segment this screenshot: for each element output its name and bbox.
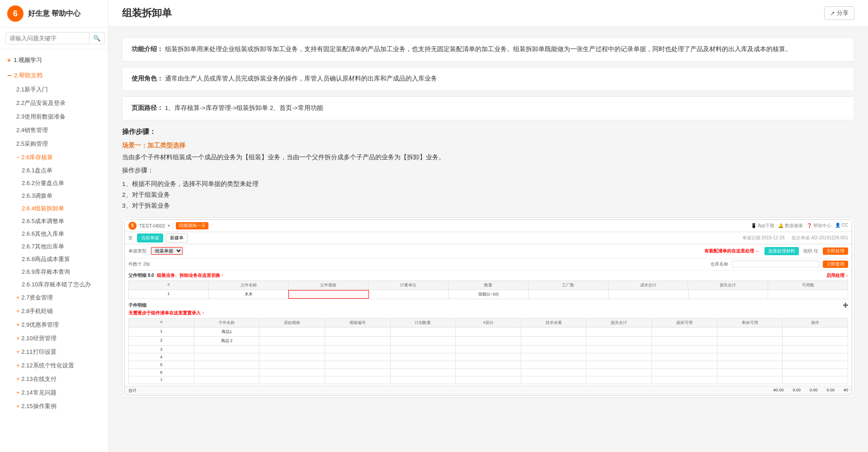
sim-apply-btn[interactable]: 立即套用 xyxy=(823,261,848,268)
sidebar-item-operation[interactable]: + 2.10经营管理 xyxy=(0,332,108,345)
sidebar-item-stocktake[interactable]: 2.6.1盘点单 xyxy=(0,164,108,177)
screenshot-image: 6 TEST-H002 ▾ 同期调阅一天 📱 App下载 🔔 数据健康 ❓ 帮助… xyxy=(124,219,852,395)
step1: 1、根据不同的业务，选择不同单据的类型来处理 xyxy=(122,179,854,190)
table-row: 3 xyxy=(128,345,848,353)
sim-annotation1: 有装配清单的在这里处理 ← xyxy=(704,248,760,254)
sim-nav-new[interactable]: 新建单 xyxy=(166,233,188,243)
table-row: 1 木木 技能(1~10) xyxy=(128,290,848,299)
sidebar-item-purchase[interactable]: 2.5采购管理 xyxy=(0,137,108,151)
table-row: 6 xyxy=(128,368,848,376)
logo-icon: 6 xyxy=(7,5,24,22)
share-button[interactable]: ↗ 分享 xyxy=(824,6,854,20)
ops-heading: 操作步骤： xyxy=(122,128,854,136)
sim-nav: ☰ 当前单据 新建单 单据日期 2019-12-26 批次单据 AD-20191… xyxy=(125,232,852,244)
search-button[interactable]: 🔍 xyxy=(90,32,105,44)
sim-num-row: 件数个 2份 仓库名称 立即套用 xyxy=(125,258,852,271)
sidebar-item-transfer[interactable]: 2.6.3调拨单 xyxy=(0,190,108,202)
sidebar-item-stockfix[interactable]: 2.6.10库存账本错了怎么办 xyxy=(0,278,108,291)
sim-sub-section: 子件明细 ➕ xyxy=(125,301,852,310)
role-block: 使用角色： 通常由生产人员或库管人员完成拆装业务的操作，库管人员确认原材料的出库… xyxy=(122,67,854,91)
feature-intro-text: 组装拆卸单用来处理企业组装或拆卸等加工业务，支持有固定装配清单的产品加工业务，也… xyxy=(165,46,792,52)
search-box: 🔍 xyxy=(0,28,108,49)
sidebar-item-costrecalc[interactable]: 2.6.8商品成本重算 xyxy=(0,253,108,266)
sim-confirm-btn[interactable]: 立即处理 xyxy=(823,247,848,255)
sim-icons: 📱 App下载 🔔 数据健康 ❓ 帮助中心 👤 CC xyxy=(751,223,848,229)
sim-health: 🔔 数据健康 xyxy=(778,223,803,229)
role-label: 使用角色： xyxy=(132,75,163,82)
sim-annotation4: 无需逐步于组件清单在这里置置录入 ↑ xyxy=(128,310,204,316)
sidebar-item-assembly[interactable]: 2.6.4组装拆卸单 xyxy=(0,202,108,215)
sidebar-header: 6 好生意 帮助中心 xyxy=(0,0,108,28)
main-area: 组装拆卸单 ↗ 分享 功能介绍： 组装拆卸单用来处理企业组装或拆卸等加工业务，支… xyxy=(108,0,868,452)
sim-table2: # 子件名称 原始规格 规格编号 计划数量 #部分 技术余量 损失合计 损坏可用… xyxy=(128,318,848,384)
sim-annotation4-row: 无需逐步于组件清单在这里置置录入 ↑ xyxy=(125,310,852,318)
sim-topbar: 6 TEST-H002 ▾ 同期调阅一天 📱 App下载 🔔 数据健康 ❓ 帮助… xyxy=(125,220,852,232)
sidebar-item-sales[interactable]: 2.4销售管理 xyxy=(0,124,108,137)
sim-nav-current[interactable]: 当前单据 xyxy=(137,233,163,243)
sidebar-item-weightstocktake[interactable]: 2.6.2分量盘点单 xyxy=(0,177,108,190)
sim-doctype-select[interactable]: 组装单据 xyxy=(151,247,183,255)
app-title: 好生意 帮助中心 xyxy=(28,9,80,19)
sidebar-item-finance[interactable]: + 2.7资金管理 xyxy=(0,291,108,305)
sim-help: ❓ 帮助中心 xyxy=(807,223,831,229)
search-input[interactable] xyxy=(5,32,90,44)
path-text: 1、库存核算->库存管理->组装拆卸单 2、首页->常用功能 xyxy=(165,105,323,111)
sim-table1: # 父件名称 父件规格 计量单位 数量 工厂数 成本合计 损失合计 可用数 1 xyxy=(128,281,848,299)
sidebar-item-newuser[interactable]: 2.1新手入门 xyxy=(0,83,108,96)
sidebar-item-faq[interactable]: + 2.14常见问题 xyxy=(0,386,108,400)
sidebar-item-docs[interactable]: − 2.帮助文档 xyxy=(0,68,108,83)
table-row: 1 商品1 xyxy=(128,327,848,336)
sim-warehouse-input[interactable] xyxy=(732,261,819,267)
sim-brand: TEST-H002 xyxy=(139,223,165,228)
screenshot-container: 6 TEST-H002 ▾ 同期调阅一天 📱 App下载 🔔 数据健康 ❓ 帮助… xyxy=(122,217,854,398)
role-text: 通常由生产人员或库管人员完成拆装业务的操作，库管人员确认原材料的出库和产成品的入… xyxy=(165,75,437,82)
sim-main-content: 单据类型 组装单据 有装配清单的在这里处理 ← 选择处理材料 组织 任 立即处理 xyxy=(125,244,852,395)
nav-list: + 1.视频学习 − 2.帮助文档 2.1新手入门 2.2产品安装及登录 2.3… xyxy=(0,49,108,452)
sim-cc: 👤 CC xyxy=(835,223,848,229)
step3: 3、对于拆装业务 xyxy=(122,200,854,211)
share-icon: ↗ xyxy=(830,10,835,17)
path-label: 页面路径： xyxy=(132,105,163,111)
table-row: 4 xyxy=(128,353,848,361)
sidebar: 6 好生意 帮助中心 🔍 + 1.视频学习 − 2.帮助文档 2.1新手入门 2… xyxy=(0,0,108,452)
sidebar-item-label: 1.视频学习 xyxy=(14,56,42,64)
sim-assembly-row: 父件明细 9.0 组装业务、拆卸业务在这里切换 ↑ 启用处理 ↓ xyxy=(125,271,852,281)
sidebar-item-print[interactable]: + 2.11打印设置 xyxy=(0,345,108,359)
sidebar-item-otheroutstock[interactable]: 2.6.7其他出库单 xyxy=(0,240,108,253)
sim-process-btn[interactable]: 选择处理材料 xyxy=(764,247,799,255)
sidebar-item-inventory[interactable]: − 2.6库存核算 xyxy=(0,151,108,164)
sidebar-item-cases[interactable]: + 2.15操作案例 xyxy=(0,400,108,413)
sidebar-item-coupon[interactable]: + 2.9优惠券管理 xyxy=(0,318,108,332)
main-header: 组装拆卸单 ↗ 分享 xyxy=(108,0,868,27)
sim-footer: 合计 ¥0.00 0.00 0.00 0.00 ¥0 xyxy=(125,386,852,395)
sidebar-item-stockledger[interactable]: 2.6.9库存账本查询 xyxy=(0,266,108,278)
table-row: 7 xyxy=(128,376,848,384)
sim-table2-header: # 子件名称 原始规格 规格编号 计划数量 #部分 技术余量 损失合计 损坏可用… xyxy=(128,318,848,327)
sidebar-item-mobile[interactable]: + 2.8手机旺铺 xyxy=(0,305,108,318)
minus-icon: − xyxy=(7,71,11,80)
sim-logo: 6 xyxy=(128,222,137,230)
sim-table1-header: # 父件名称 父件规格 计量单位 数量 工厂数 成本合计 损失合计 可用数 xyxy=(128,281,848,290)
plus-icon: + xyxy=(7,57,11,64)
sim-appdown: 📱 App下载 xyxy=(751,223,774,229)
sidebar-item-install[interactable]: 2.2产品安装及登录 xyxy=(0,96,108,110)
content-area: 功能介绍： 组装拆卸单用来处理企业组装或拆卸等加工业务，支持有固定装配清单的产品… xyxy=(108,27,868,452)
search-icon: 🔍 xyxy=(93,35,101,42)
scene1-desc: 当由多个子件材料组装成一个成品的业务为【组装】业务，当由一个父件拆分成多个子产品… xyxy=(122,152,854,163)
scene1-heading: 场景一：加工类型选择 xyxy=(122,142,854,150)
nav-section-docs: − 2.帮助文档 2.1新手入门 2.2产品安装及登录 2.3使用前数据准备 2… xyxy=(0,68,108,413)
page-title: 组装拆卸单 xyxy=(122,6,172,20)
sidebar-item-settings[interactable]: + 2.12系统个性化设置 xyxy=(0,359,108,372)
sim-annotation2: 组装业务、拆卸业务在这里切换 ↑ xyxy=(157,272,224,279)
ops-label: 操作步骤： xyxy=(122,166,854,176)
sidebar-item-payment[interactable]: + 2.13在线支付 xyxy=(0,372,108,386)
sim-annotation3: 启用处理 ↓ xyxy=(826,272,848,279)
sidebar-item-costadjust[interactable]: 2.6.5成本调整单 xyxy=(0,215,108,228)
sidebar-item-videos[interactable]: + 1.视频学习 xyxy=(0,53,108,67)
sidebar-item-label: 2.帮助文档 xyxy=(14,71,42,80)
sidebar-item-otherinstock[interactable]: 2.6.6其他入库单 xyxy=(0,228,108,240)
table-row: 5 xyxy=(128,361,848,368)
feature-intro-label: 功能介绍： xyxy=(132,46,163,52)
sidebar-item-dataprep[interactable]: 2.3使用前数据准备 xyxy=(0,110,108,124)
path-block: 页面路径： 1、库存核算->库存管理->组装拆卸单 2、首页->常用功能 xyxy=(122,96,854,120)
